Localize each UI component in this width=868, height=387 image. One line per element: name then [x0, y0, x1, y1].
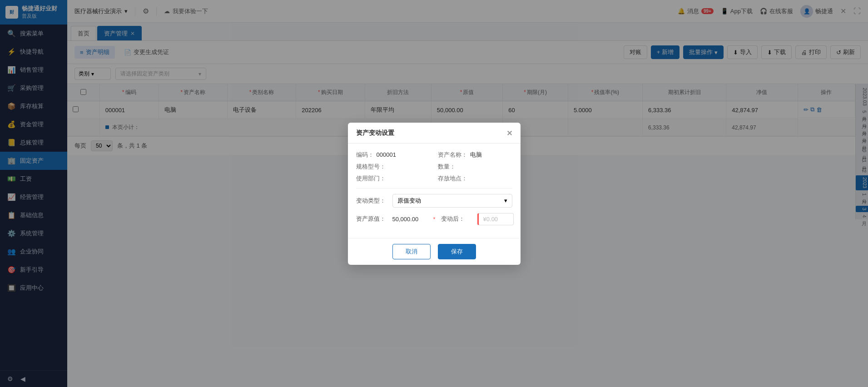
modal-asset-original-label: 资产原值： — [356, 215, 388, 223]
modal-name-value: 电脑 — [470, 151, 482, 159]
change-type-dropdown-icon: ▾ — [504, 197, 507, 204]
modal-body: 编码： 000001 资产名称： 电脑 规格型号： 数量： 使用部门： — [348, 144, 521, 238]
modal-asset-original-value: 50,000.00 — [392, 216, 429, 223]
modal-spec-field: 规格型号： — [356, 163, 431, 171]
modal-title: 资产变动设置 — [356, 129, 394, 137]
modal-quantity-field: 数量： — [438, 163, 512, 171]
modal-name-field: 资产名称： 电脑 — [438, 151, 512, 159]
modal-cancel-btn[interactable]: 取消 — [392, 244, 431, 259]
modal-dept-field: 使用部门： — [356, 174, 431, 183]
modal-after-change-label: 变动后： — [441, 215, 473, 223]
modal-code-field: 编码： 000001 — [356, 151, 431, 159]
modal-close-btn[interactable]: ✕ — [506, 129, 512, 138]
modal-header: 资产变动设置 ✕ — [348, 123, 521, 144]
required-star: * — [433, 216, 436, 223]
modal-overlay[interactable]: 资产变动设置 ✕ 编码： 000001 资产名称： 电脑 规格型号： 数量： — [0, 0, 868, 387]
modal-save-btn[interactable]: 保存 — [438, 244, 476, 259]
modal-code-label: 编码： — [356, 151, 374, 159]
modal-asset-value-field: 资产原值： 50,000.00 * 变动后： — [356, 213, 512, 225]
modal-footer: 取消 保存 — [348, 238, 521, 265]
modal-dept-label: 使用部门： — [356, 174, 386, 183]
modal-code-value: 000001 — [377, 151, 396, 158]
modal-divider — [356, 188, 512, 189]
modal-change-type-select[interactable]: 原值变动 ▾ — [392, 194, 512, 208]
modal-location-label: 存放地点： — [438, 174, 467, 183]
modal-quantity-label: 数量： — [438, 163, 456, 171]
modal-change-type-label: 变动类型： — [356, 197, 388, 205]
modal-name-label: 资产名称： — [438, 151, 467, 159]
modal-location-field: 存放地点： — [438, 174, 512, 183]
modal-change-type-field: 变动类型： 原值变动 ▾ — [356, 194, 512, 208]
modal-info-grid: 编码： 000001 资产名称： 电脑 规格型号： 数量： 使用部门： — [356, 151, 512, 183]
change-type-value: 原值变动 — [397, 197, 421, 205]
asset-change-modal: 资产变动设置 ✕ 编码： 000001 资产名称： 电脑 规格型号： 数量： — [348, 123, 521, 265]
modal-spec-label: 规格型号： — [356, 163, 386, 171]
modal-after-change-input[interactable] — [477, 213, 514, 225]
